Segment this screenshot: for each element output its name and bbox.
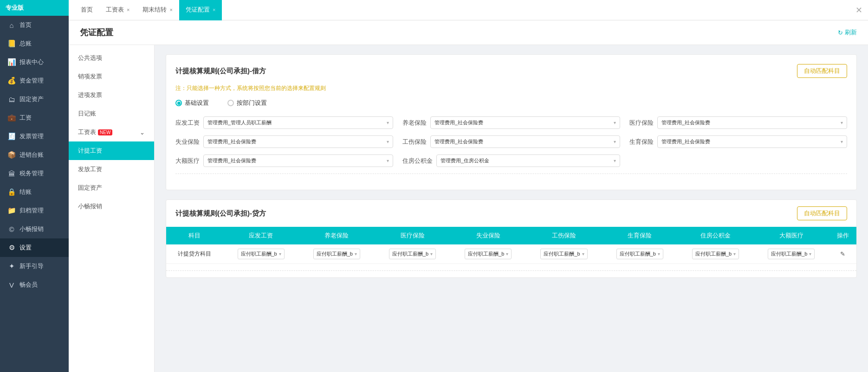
- left-nav-public[interactable]: 公共选项: [69, 49, 154, 67]
- chevron-icon: ▾: [582, 251, 584, 257]
- radio-basic-circle: [175, 100, 182, 106]
- chevron-down-icon-unemployment: ▾: [387, 139, 389, 144]
- sidebar-item-ledger[interactable]: 📒总账: [0, 34, 69, 53]
- tab-salary-table[interactable]: 工资表×: [99, 0, 136, 20]
- debit-auto-match-button[interactable]: 自动匹配科目: [797, 64, 847, 78]
- left-nav-label-xiaochang: 小畅报销: [78, 202, 102, 211]
- radio-dept[interactable]: 按部门设置: [227, 99, 267, 107]
- sidebar-item-xiao[interactable]: ©小畅报销: [0, 220, 69, 238]
- cell-value-0-1[interactable]: 应付职工薪酬_b▾: [299, 244, 375, 264]
- close-window-icon[interactable]: ✕: [855, 5, 862, 15]
- cell-value-0-5[interactable]: 应付职工薪酬_b▾: [602, 244, 678, 264]
- sidebar-item-settings[interactable]: ⚙设置: [0, 238, 69, 257]
- sidebar-label-ledger: 总账: [19, 39, 32, 48]
- cell-select-0-2[interactable]: 应付职工薪酬_b▾: [389, 249, 436, 259]
- refresh-button[interactable]: ↻ 刷新: [838, 28, 857, 37]
- cell-value-0-3[interactable]: 应付职工薪酬_b▾: [450, 244, 526, 264]
- left-nav-label-purchase-invoice: 进项发票: [78, 91, 102, 99]
- form-row-payable: 应发工资 管理费用_管理人员职工薪酬 ▾: [175, 116, 393, 129]
- sidebar-item-guide[interactable]: ✦新手引导: [0, 257, 69, 276]
- sidebar-label-vip: 畅会员: [19, 281, 38, 289]
- sidebar-label-salary: 工资: [19, 114, 32, 122]
- cell-value-0-4[interactable]: 应付职工薪酬_b▾: [526, 244, 602, 264]
- tab-home[interactable]: 首页: [74, 0, 99, 20]
- sidebar-item-report[interactable]: 📊报表中心: [0, 53, 69, 71]
- form-select-medical[interactable]: 管理费用_社会保险费 ▾: [657, 116, 847, 129]
- tab-close-period-close[interactable]: ×: [169, 7, 172, 13]
- sidebar-item-home[interactable]: ⌂首页: [0, 16, 69, 34]
- left-nav-pay-salary[interactable]: 发放工资: [69, 160, 154, 179]
- debit-section-header: 计提核算规则(公司承担)-借方 自动匹配科目: [175, 64, 847, 78]
- cell-value-0-7[interactable]: 应付职工薪酬_b▾: [753, 244, 829, 264]
- left-nav-calc-salary[interactable]: 计提工资: [69, 141, 154, 160]
- cell-value-0-6[interactable]: 应付职工薪酬_b▾: [678, 244, 753, 264]
- form-row-injury: 工伤保险 管理费用_社会保险费 ▾: [402, 135, 620, 148]
- tab-period-close[interactable]: 期末结转×: [136, 0, 179, 20]
- sidebar-icon-ledger: 📒: [7, 39, 16, 48]
- left-nav-salary-table[interactable]: 工资表NEW⌄: [69, 123, 154, 141]
- form-row-unemployment: 失业保险 管理费用_社会保险费 ▾: [175, 135, 393, 148]
- chevron-down-icon-medical: ▾: [841, 120, 843, 125]
- chevron-icon: ▾: [658, 251, 660, 257]
- chevron-icon: ▾: [809, 251, 811, 257]
- sidebar-item-tax[interactable]: 🏛税务管理: [0, 164, 69, 183]
- edit-icon-0[interactable]: ✎: [840, 250, 845, 257]
- cell-select-0-3[interactable]: 应付职工薪酬_b▾: [465, 249, 512, 259]
- cell-value-0-2[interactable]: 应付职工薪酬_b▾: [375, 244, 450, 264]
- cell-select-0-5[interactable]: 应付职工薪酬_b▾: [616, 249, 663, 259]
- sidebar-item-assets[interactable]: 🗂固定资产: [0, 90, 69, 109]
- sidebar-item-salary[interactable]: 💼工资: [0, 109, 69, 127]
- form-select-payable[interactable]: 管理费用_管理人员职工薪酬 ▾: [203, 116, 393, 129]
- tab-label-home: 首页: [81, 6, 93, 14]
- debit-section: 计提核算规则(公司承担)-借方 自动匹配科目 注：只能选择一种方式，系统将按照您…: [166, 54, 857, 190]
- cell-value-0-0[interactable]: 应付职工薪酬_b▾: [223, 244, 299, 264]
- tab-close-salary-table[interactable]: ×: [127, 7, 130, 13]
- left-nav-purchase-invoice[interactable]: 进项发票: [69, 86, 154, 104]
- tab-voucher-config[interactable]: 凭证配置×: [179, 0, 222, 20]
- form-select-housing-fund[interactable]: 管理费用_住房公积金 ▾: [436, 154, 620, 167]
- cell-select-0-4[interactable]: 应付职工薪酬_b▾: [540, 249, 587, 259]
- sidebar-label-archive: 归档管理: [19, 206, 44, 215]
- sidebar-item-close[interactable]: 🔒结账: [0, 183, 69, 201]
- sidebar-item-invoice[interactable]: 🧾发票管理: [0, 127, 69, 146]
- form-select-major-medical[interactable]: 管理费用_社会保险费 ▾: [203, 154, 393, 167]
- cell-select-0-7[interactable]: 应付职工薪酬_b▾: [768, 249, 815, 259]
- cell-select-0-1[interactable]: 应付职工薪酬_b▾: [313, 249, 360, 259]
- left-nav-label-pay-salary: 发放工资: [78, 165, 102, 173]
- sidebar-item-inventory[interactable]: 📦进销台账: [0, 146, 69, 164]
- sidebar-icon-xiao: ©: [7, 225, 16, 233]
- credit-auto-match-button[interactable]: 自动匹配科目: [797, 206, 847, 220]
- col-header-科目: 科目: [166, 227, 223, 244]
- sidebar-label-home: 首页: [19, 21, 32, 29]
- col-header-操作: 操作: [829, 227, 856, 244]
- cell-select-0-0[interactable]: 应付职工薪酬_b▾: [238, 249, 285, 259]
- cell-select-0-6[interactable]: 应付职工薪酬_b▾: [692, 249, 739, 259]
- sidebar-item-vip[interactable]: V畅会员: [0, 276, 69, 294]
- credit-section-title: 计提核算规则(公司承担)-贷方: [175, 209, 266, 218]
- left-nav-label-journal: 日记账: [78, 109, 96, 118]
- form-select-unemployment[interactable]: 管理费用_社会保险费 ▾: [203, 135, 393, 148]
- sidebar-label-assets: 固定资产: [19, 95, 44, 103]
- chevron-down-icon-maternity: ▾: [841, 139, 843, 144]
- form-select-value-payable: 管理费用_管理人员职工薪酬: [207, 119, 272, 126]
- form-select-pension[interactable]: 管理费用_社会保险费 ▾: [430, 116, 620, 129]
- form-select-injury[interactable]: 管理费用_社会保险费 ▾: [430, 135, 620, 148]
- radio-basic[interactable]: 基础设置: [175, 99, 209, 107]
- form-label-unemployment: 失业保险: [175, 138, 200, 146]
- right-content: 计提核算规则(公司承担)-借方 自动匹配科目 注：只能选择一种方式，系统将按照您…: [155, 45, 868, 372]
- form-label-payable: 应发工资: [175, 119, 200, 127]
- tab-close-voucher-config[interactable]: ×: [213, 7, 215, 13]
- sidebar-item-funds[interactable]: 💰资金管理: [0, 71, 69, 90]
- left-nav-journal[interactable]: 日记账: [69, 104, 154, 123]
- cell-action-0[interactable]: ✎: [829, 244, 856, 264]
- form-row-major-medical: 大额医疗 管理费用_社会保险费 ▾: [175, 154, 393, 167]
- tab-label-salary-table: 工资表: [106, 6, 124, 14]
- left-nav-sales-invoice[interactable]: 销项发票: [69, 67, 154, 86]
- sidebar-item-archive[interactable]: 📁归档管理: [0, 201, 69, 220]
- sidebar-icon-vip: V: [7, 281, 16, 289]
- form-select-maternity[interactable]: 管理费用_社会保险费 ▾: [657, 135, 847, 148]
- sidebar-label-inventory: 进销台账: [19, 151, 44, 159]
- left-nav-fixed-assets[interactable]: 固定资产: [69, 179, 154, 197]
- left-nav-xiaochang[interactable]: 小畅报销: [69, 197, 154, 216]
- sidebar-icon-settings: ⚙: [7, 244, 16, 252]
